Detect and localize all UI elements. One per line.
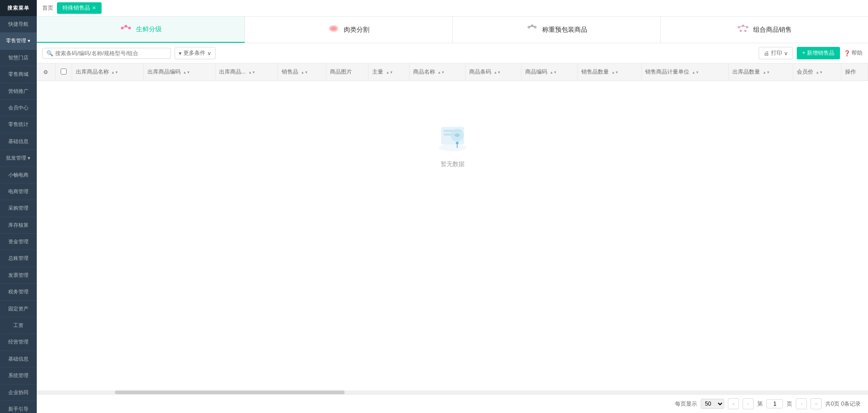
- sidebar-item-label: 零售统计: [8, 121, 28, 127]
- sidebar-item-search[interactable]: 快捷导航: [0, 16, 37, 33]
- sort-icon-12: ▲▼: [816, 71, 823, 75]
- th-out-product-extra[interactable]: 出库商品... ▲▼: [215, 63, 278, 81]
- sidebar-item-ledger[interactable]: 总账管理: [0, 250, 37, 267]
- th-out-qty[interactable]: 出库品数量 ▲▼: [729, 63, 793, 81]
- th-out-product-name[interactable]: 出库商品名称 ▲▼: [72, 63, 143, 81]
- toolbar-right: 🖨 打印 ∨ + 新增销售品 ❓ 帮助: [759, 47, 862, 59]
- sidebar-item-system-mgmt[interactable]: 系统管理: [0, 367, 37, 384]
- sidebar-item-label: 快捷导航: [8, 21, 28, 27]
- sidebar-item-basic-info-1[interactable]: 基础信息: [0, 133, 37, 150]
- svg-rect-25: [457, 144, 458, 148]
- sort-icon-6: ▲▼: [437, 71, 445, 75]
- question-icon: ❓: [844, 50, 851, 57]
- sidebar-item-label: 固定资产: [8, 306, 28, 311]
- sort-icon-4: ▲▼: [301, 71, 308, 75]
- horizontal-scroll[interactable]: [37, 390, 868, 394]
- sidebar-item-label: 税务管理: [8, 289, 28, 294]
- sidebar-item-tax-mgmt[interactable]: 税务管理: [0, 284, 37, 300]
- sidebar-item-ecom-mgmt[interactable]: 电商管理: [0, 184, 37, 200]
- sidebar-item-label: 营销推广: [8, 88, 28, 94]
- sidebar-item-wholesale-mgmt[interactable]: 批发管理 ▼: [0, 150, 37, 166]
- svg-point-6: [331, 27, 336, 30]
- th-member-price[interactable]: 会员价 ▲▼: [793, 63, 841, 81]
- cat-tab-fresh[interactable]: 生鲜分级: [37, 17, 245, 43]
- sidebar-item-retail-mall[interactable]: 零售商城: [0, 66, 37, 83]
- cat-tab-meat[interactable]: 肉类分割: [245, 17, 453, 43]
- svg-point-15: [740, 30, 742, 32]
- sidebar-item-label: 资金管理: [8, 239, 28, 244]
- last-page-btn[interactable]: »: [811, 398, 822, 409]
- sidebar-item-smart-store[interactable]: 智慧门店: [0, 50, 37, 66]
- sidebar-logo[interactable]: 搜索菜单: [0, 0, 37, 16]
- th-product-code[interactable]: 商品编码 ▲▼: [521, 63, 577, 81]
- cat-tab-weigh-label: 称重预包装商品: [542, 26, 587, 34]
- sidebar-item-wages[interactable]: 工资: [0, 317, 37, 334]
- main-content: 首页 特殊销售品 ✕ 生鲜分级: [37, 0, 868, 413]
- empty-illustration: [430, 118, 476, 155]
- th-product-name[interactable]: 商品名称 ▲▼: [409, 63, 465, 81]
- th-main-qty[interactable]: 主量 ▲▼: [369, 63, 409, 81]
- table-wrapper: ⚙ 出库商品名称 ▲▼ 出库商品编码 ▲▼ 出库商品...: [37, 63, 868, 390]
- empty-state: 暂无数据: [37, 81, 868, 205]
- th-sale-unit[interactable]: 销售商品计量单位 ▲▼: [641, 63, 729, 81]
- chevron-down-icon-2: ▼: [27, 155, 31, 161]
- page-suffix: 页: [787, 400, 792, 408]
- sort-icon-8: ▲▼: [550, 71, 557, 75]
- first-page-btn[interactable]: «: [728, 398, 739, 409]
- search-input[interactable]: [55, 50, 165, 57]
- th-sale-product[interactable]: 销售品 ▲▼: [278, 63, 326, 81]
- empty-text: 暂无数据: [441, 160, 465, 168]
- page-input[interactable]: [766, 399, 783, 408]
- next-page-btn[interactable]: ›: [796, 398, 807, 409]
- th-checkbox[interactable]: [55, 63, 72, 81]
- filter-button[interactable]: ▾ 更多条件 ∨: [175, 47, 216, 59]
- add-sale-button[interactable]: + 新增销售品: [797, 47, 840, 59]
- chevron-icon: ∨: [207, 50, 211, 57]
- select-all-checkbox[interactable]: [61, 69, 67, 75]
- print-button[interactable]: 🖨 打印 ∨: [759, 47, 793, 59]
- sidebar-item-finance-mgmt[interactable]: 资金管理: [0, 234, 37, 250]
- sidebar-item-label: 会员中心: [8, 105, 28, 110]
- svg-point-24: [456, 142, 459, 144]
- close-icon[interactable]: ✕: [92, 5, 96, 11]
- sidebar-item-label: 采购管理: [8, 205, 28, 211]
- th-out-product-code[interactable]: 出库商品编码 ▲▼: [143, 63, 215, 81]
- th-product-image: 商品图片: [326, 63, 369, 81]
- scroll-thumb[interactable]: [115, 390, 345, 394]
- search-box[interactable]: 🔍: [42, 48, 171, 59]
- th-settings[interactable]: ⚙: [37, 63, 55, 81]
- topbar-home-link[interactable]: 首页: [42, 4, 53, 12]
- svg-point-19: [439, 144, 466, 151]
- th-sale-qty[interactable]: 销售品数量 ▲▼: [578, 63, 641, 81]
- sidebar-item-fixed-assets[interactable]: 固定资产: [0, 301, 37, 317]
- sidebar-item-retail-stats[interactable]: 零售统计: [0, 116, 37, 133]
- sidebar-item-label: 零售管理: [6, 37, 26, 44]
- sidebar-item-label: 系统管理: [8, 373, 28, 378]
- th-product-barcode[interactable]: 商品条码 ▲▼: [465, 63, 521, 81]
- filter-icon: ▾: [179, 50, 182, 57]
- combo-icon: [737, 23, 749, 36]
- cat-tab-weigh[interactable]: 称重预包装商品: [453, 17, 661, 43]
- per-page-select[interactable]: 50 10 20 100: [701, 399, 724, 409]
- cat-tab-meat-label: 肉类分割: [344, 26, 369, 34]
- sidebar-item-invoice-mgmt[interactable]: 发票管理: [0, 267, 37, 284]
- sidebar-item-inventory[interactable]: 库存核算: [0, 217, 37, 234]
- sidebar-item-newbie[interactable]: 新手引导: [0, 401, 37, 413]
- cat-tab-combo[interactable]: 组合商品销售: [661, 17, 868, 43]
- svg-point-16: [744, 30, 747, 32]
- sidebar-item-basic-info-2[interactable]: 基础信息: [0, 351, 37, 367]
- sidebar-item-retail-mgmt[interactable]: 零售管理 ▼: [0, 33, 37, 49]
- sidebar-item-ecom-small[interactable]: 小畅电商: [0, 167, 37, 184]
- help-button[interactable]: ❓ 帮助: [844, 49, 862, 57]
- sidebar-item-marketing[interactable]: 营销推广: [0, 83, 37, 100]
- toolbar: 🔍 ▾ 更多条件 ∨ 🖨 打印 ∨ + 新增销售品 ❓ 帮助: [37, 43, 868, 63]
- sidebar-item-purchase-mgmt[interactable]: 采购管理: [0, 200, 37, 217]
- sidebar-item-member[interactable]: 会员中心: [0, 100, 37, 116]
- sidebar-item-operations-mgmt[interactable]: 经营管理: [0, 334, 37, 350]
- fresh-icon: [119, 23, 132, 35]
- prev-page-btn[interactable]: ‹: [743, 398, 754, 409]
- sidebar-item-enterprise[interactable]: 企业协同: [0, 384, 37, 401]
- sort-icon-7: ▲▼: [494, 71, 501, 75]
- topbar-active-tab[interactable]: 特殊销售品 ✕: [57, 2, 102, 14]
- weigh-icon: [526, 23, 539, 36]
